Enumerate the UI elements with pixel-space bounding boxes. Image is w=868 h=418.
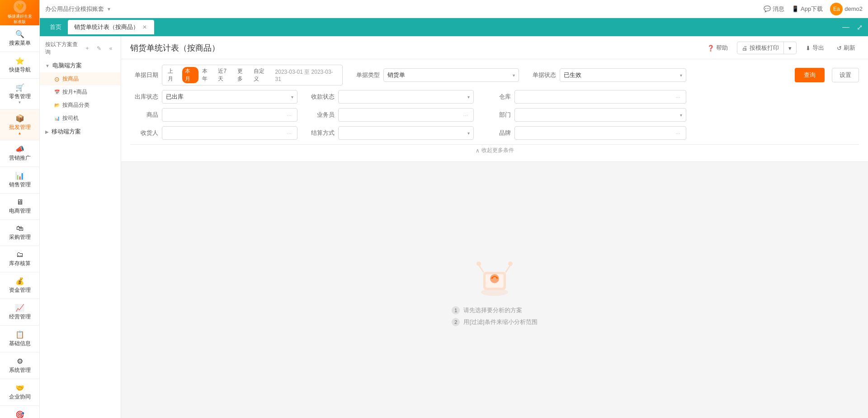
storage-status-select[interactable]: 已出库 ▾ (162, 90, 297, 104)
help-btn[interactable]: ❓ 帮助 (703, 42, 731, 54)
filter-area: 单据日期 上月 本月 本年 近7天 更多 自定义 2023-03-01 至 20… (121, 59, 868, 162)
date-custom-btn[interactable]: 自定义 (252, 67, 272, 83)
star-icon: ⭐ (2, 57, 38, 65)
tree-item-label: 按月+商品 (62, 88, 87, 96)
user-name: demo2 (844, 5, 863, 12)
download-icon: 📱 (792, 5, 799, 12)
sidebar-item-system[interactable]: ⚙ 系统管理 (0, 352, 39, 379)
refresh-btn[interactable]: ↺ 刷新 (833, 42, 859, 54)
tree-item-desktop[interactable]: ▼ 电脑端方案 (40, 59, 121, 72)
warehouse-select[interactable]: ··· (514, 90, 686, 104)
empty-hints: 1 请先选择要分析的方案 2 用[过滤]条件来缩小分析范围 (452, 306, 537, 326)
date-last-7-days-btn[interactable]: 近7天 (216, 67, 233, 83)
date-filter[interactable]: 上月 本月 本年 近7天 更多 自定义 2023-03-01 至 2023-03… (162, 65, 343, 86)
settlement-select[interactable]: ▾ (338, 126, 474, 140)
page-header: 销货单统计表（按商品） ❓ 帮助 🖨 按模板打印 ▾ (121, 36, 868, 59)
sidebar-item-wholesale[interactable]: 📦 批发管理 ▲ (0, 109, 39, 140)
sidebar-item-marketing[interactable]: 📣 营销推广 (0, 140, 39, 167)
tab-sales-stat[interactable]: 销货单统计表（按商品） ✕ (68, 20, 154, 34)
sidebar-item-newbie[interactable]: 🎯 新手引导 (0, 406, 39, 418)
dept-select[interactable]: ▾ (514, 108, 686, 122)
export-btn[interactable]: ⬇ 导出 (802, 42, 828, 54)
sidebar-item-sales-mgr[interactable]: 📊 销售管理 (0, 167, 39, 194)
collapse-filters-btn[interactable]: ∧ 收起更多条件 (130, 144, 859, 156)
brand-select[interactable]: ··· (514, 126, 686, 140)
sidebar-item-purchase[interactable]: 🛍 采购管理 (0, 220, 39, 246)
print-label: 按模板打印 (750, 44, 779, 52)
tab-maximize-btn[interactable]: ⤢ (855, 21, 864, 33)
empty-illustration (472, 254, 517, 299)
doc-status-select[interactable]: 已生效 ▾ (560, 68, 686, 82)
tree-item-label: 按商品分类 (62, 101, 90, 109)
sidebar-item-finance[interactable]: 💰 资金管理 (0, 272, 39, 299)
edit-scheme-btn[interactable]: ✎ (94, 44, 104, 53)
message-btn[interactable]: 💬 消息 (764, 5, 784, 13)
settlement-label: 结算方式 (307, 129, 338, 137)
add-scheme-btn[interactable]: + (83, 44, 92, 53)
sidebar-item-retail[interactable]: 🛒 零售管理 ▼ (0, 79, 39, 109)
sidebar-item-label: 搜索菜单 (2, 39, 38, 47)
sidebar-item-label: 系统管理 (2, 366, 38, 374)
tab-minimize-btn[interactable]: — (840, 21, 851, 33)
tree-item-by-category[interactable]: 📂 按商品分类 (40, 99, 121, 112)
sidebar-item-label: 库存核算 (2, 260, 38, 267)
chevron-down-icon: ▾ (680, 113, 682, 118)
sidebar-item-business[interactable]: 📈 经营管理 (0, 299, 39, 326)
sidebar-item-basic[interactable]: 📋 基础信息 (0, 326, 39, 352)
doc-type-select[interactable]: 销货单 ▾ (383, 68, 519, 82)
dept-label: 部门 (483, 111, 514, 119)
main-content: 办公用品行业模拟账套 ▾ 💬 消息 📱 App下载 Ea demo2 首页 销货… (40, 0, 868, 418)
date-more-btn[interactable]: 更多 (236, 67, 250, 83)
collapse-panel-btn[interactable]: « (106, 44, 115, 53)
print-btn[interactable]: 🖨 按模板打印 (737, 42, 784, 54)
sidebar-item-ecom[interactable]: 🖥 电商管理 (0, 194, 39, 220)
goods-select[interactable]: ··· (162, 108, 297, 122)
tree-item-by-month-product[interactable]: 📅 按月+商品 (40, 86, 121, 99)
logo-subtext: 标准版 (14, 19, 26, 25)
tree-item-by-product[interactable]: ⊙ 按商品 (40, 72, 121, 86)
print-dropdown-btn[interactable]: ▾ (784, 43, 796, 53)
chevron-down-icon: ▾ (788, 45, 792, 52)
sales-icon: 📊 (2, 171, 38, 180)
tab-home[interactable]: 首页 (43, 20, 68, 34)
app-logo: 🧡 畅捷通好生意 标准版 (0, 0, 40, 25)
sidebar-item-label: 零售管理 (2, 93, 38, 100)
message-label: 消息 (773, 5, 784, 13)
export-icon: ⬇ (806, 45, 811, 52)
inventory-icon: 🗂 (2, 251, 38, 259)
doc-type-label: 单据类型 (352, 71, 383, 79)
chevron-down-icon: ▾ (513, 73, 515, 78)
salesman-select[interactable]: ··· (338, 108, 474, 122)
tree-item-by-driver[interactable]: 📊 按司机 (40, 112, 121, 125)
purchase-icon: 🛍 (2, 224, 38, 233)
logo-text: 畅捷通好生意 (8, 14, 32, 19)
system-icon: ⚙ (2, 357, 38, 366)
newbie-icon: 🎯 (2, 410, 38, 418)
doc-type-value: 销货单 (387, 71, 405, 79)
sidebar-item-search[interactable]: 🔍 搜索菜单 (0, 25, 39, 52)
left-panel-title: 按以下方案查询 (45, 41, 80, 56)
home-tab-label: 首页 (50, 23, 61, 31)
consignee-select[interactable]: ··· (162, 126, 297, 140)
tab-close-btn[interactable]: ✕ (142, 24, 148, 31)
tree-item-mobile[interactable]: ▶ 移动端方案 (40, 125, 121, 138)
refresh-icon: ↺ (837, 45, 842, 52)
app-download-btn[interactable]: 📱 App下载 (792, 5, 823, 13)
sidebar-item-coop[interactable]: 🤝 企业协同 (0, 379, 39, 406)
tree-item-label: 移动端方案 (52, 128, 81, 136)
user-profile[interactable]: Ea demo2 (830, 3, 863, 15)
query-btn[interactable]: 查询 (795, 68, 825, 82)
payment-status-select[interactable]: ▾ (338, 90, 474, 104)
settings-btn[interactable]: 设置 (832, 68, 859, 82)
date-current-month-btn[interactable]: 本月 (182, 67, 198, 83)
sidebar-item-label: 营销推广 (2, 154, 38, 162)
breadcrumb-arrow-icon: ▾ (108, 6, 110, 12)
sidebar-item-label: 企业协同 (2, 393, 38, 401)
collapse-label: 收起更多条件 (481, 147, 514, 154)
date-last-month-btn[interactable]: 上月 (166, 67, 180, 83)
sidebar-item-label: 采购管理 (2, 233, 38, 241)
sidebar-item-inventory[interactable]: 🗂 库存核算 (0, 246, 39, 272)
sidebar-item-shortcut[interactable]: ⭐ 快捷导航 (0, 52, 39, 79)
date-current-year-btn[interactable]: 本年 (200, 67, 215, 83)
storage-status-value: 已出库 (166, 93, 184, 101)
